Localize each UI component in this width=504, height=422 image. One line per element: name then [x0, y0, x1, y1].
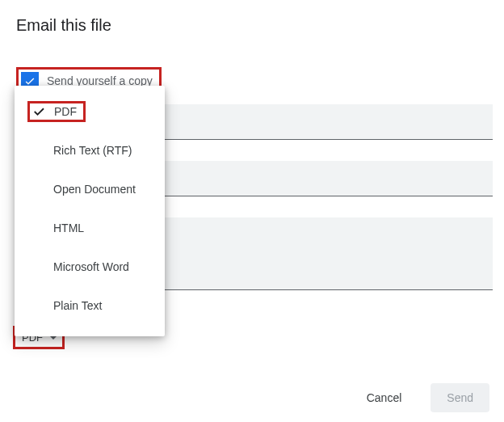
dialog-footer: Cancel Send	[351, 383, 489, 412]
cancel-button[interactable]: Cancel	[351, 383, 418, 412]
format-dropdown-menu: PDF Rich Text (RTF) Open Document HTML M…	[15, 86, 165, 336]
format-option-label: Plain Text	[53, 299, 102, 312]
check-icon	[32, 104, 46, 119]
format-option-label: PDF	[54, 106, 77, 117]
format-option-odt[interactable]: Open Document	[15, 170, 165, 209]
format-option-label: Microsoft Word	[53, 260, 129, 273]
format-option-html[interactable]: HTML	[15, 209, 165, 247]
format-option-label: HTML	[53, 222, 84, 234]
format-option-label: Rich Text (RTF)	[53, 144, 132, 157]
format-option-docx[interactable]: Microsoft Word	[15, 247, 165, 286]
send-button[interactable]: Send	[430, 383, 489, 412]
format-option-pdf[interactable]: PDF	[15, 92, 165, 131]
dialog-title: Email this file	[16, 16, 493, 35]
format-option-txt[interactable]: Plain Text	[15, 286, 165, 325]
format-option-label: Open Document	[53, 183, 136, 196]
format-option-rtf[interactable]: Rich Text (RTF)	[15, 131, 165, 170]
